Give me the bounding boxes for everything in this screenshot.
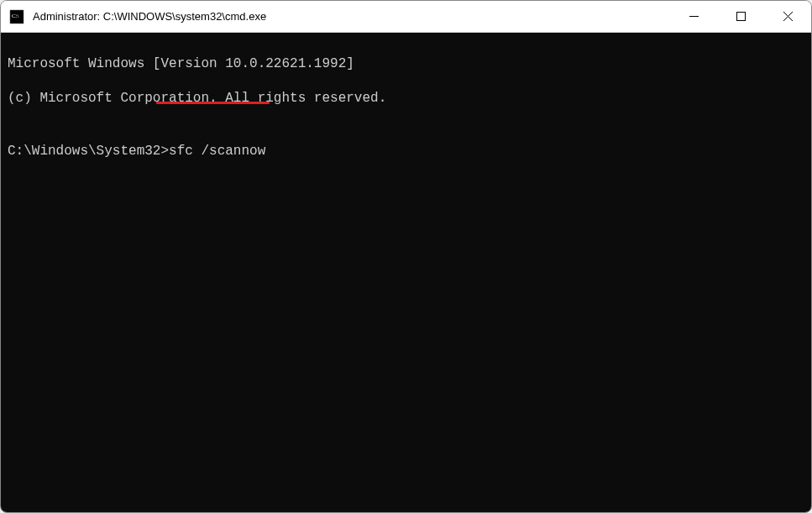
red-underline-annotation (156, 102, 270, 104)
svg-rect-3 (736, 13, 745, 21)
window-controls (670, 1, 811, 32)
version-line: Microsoft Windows [Version 10.0.22621.19… (8, 55, 804, 73)
close-button[interactable] (764, 1, 811, 32)
copyright-line: (c) Microsoft Corporation. All rights re… (8, 90, 804, 107)
prompt-line: C:\Windows\System32>sfc /scannow (8, 143, 265, 160)
titlebar: C:\ Administrator: C:\WINDOWS\system32\c… (1, 1, 811, 33)
maximize-button[interactable] (717, 1, 764, 32)
prompt: C:\Windows\System32> (8, 144, 169, 159)
window-title: Administrator: C:\WINDOWS\system32\cmd.e… (33, 10, 670, 23)
minimize-button[interactable] (670, 1, 717, 32)
command-input: sfc /scannow (169, 144, 265, 159)
svg-text:C:\: C:\ (12, 13, 19, 19)
terminal-area[interactable]: Microsoft Windows [Version 10.0.22621.19… (1, 33, 811, 512)
cmd-icon: C:\ (9, 9, 24, 24)
cmd-window: C:\ Administrator: C:\WINDOWS\system32\c… (0, 0, 812, 513)
